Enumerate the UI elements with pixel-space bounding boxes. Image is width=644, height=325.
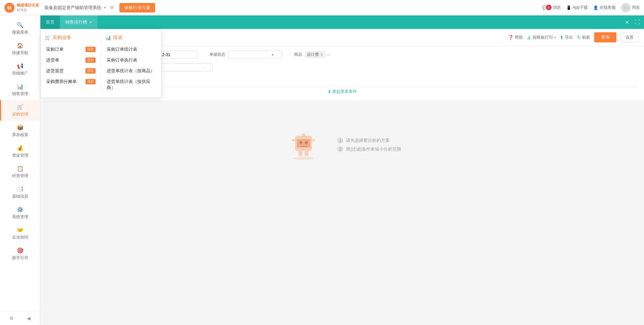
tab-sales-rank-label: 销售排行榜 bbox=[65, 19, 87, 25]
tab-home-label: 首页 bbox=[46, 19, 55, 25]
home-icon: 🏠 bbox=[17, 42, 24, 49]
dropdown-item-goods-in[interactable]: 进货单 历史 bbox=[45, 55, 97, 66]
sidebar-label-system: 系统管理 bbox=[12, 214, 28, 220]
collapse-sidebar-icon[interactable]: ◀ bbox=[27, 316, 31, 321]
sidebar-item-corp[interactable]: 🤝 企业协同 bbox=[0, 223, 40, 244]
dropdown-item-report-3[interactable]: 进货单统计表（按商品） bbox=[105, 66, 157, 76]
doc-status-label: 单据状态 bbox=[209, 52, 225, 57]
basic-icon: 📑 bbox=[17, 186, 24, 192]
system-settings-icon[interactable]: ⚙ bbox=[110, 5, 114, 10]
online-service-item[interactable]: 👤 在线客服 bbox=[593, 5, 616, 10]
print-btn[interactable]: 🖨 按模板打印 ▾ bbox=[527, 35, 556, 40]
sidebar-label-corp: 企业协同 bbox=[12, 235, 28, 240]
top-header: 畅 畅捷通好生意 标准版 装备及固定资产辅助管理系统 ▾ ⚙ 体验行业方案 💬 … bbox=[0, 0, 644, 15]
sidebar-item-quicknav[interactable]: 🏠 快捷导航 bbox=[0, 39, 40, 59]
doc-status-select[interactable]: ▾ bbox=[228, 51, 282, 59]
tab-home[interactable]: 首页 bbox=[40, 15, 60, 29]
empty-illustration bbox=[283, 127, 324, 162]
purchase-icon: 🛒 bbox=[17, 104, 24, 110]
dropdown-item-report-2[interactable]: 采购订单执行表 bbox=[105, 55, 157, 66]
query-button[interactable]: 查询 bbox=[594, 32, 616, 42]
filter-doc-status: 单据状态 ▾ bbox=[209, 51, 282, 59]
hint-num-2: 2 bbox=[337, 146, 343, 152]
sales-icon: 📊 bbox=[17, 83, 24, 90]
filter-goods: 商品 设计费 ✕ ··· bbox=[294, 51, 330, 58]
sidebar-item-finance[interactable]: 💰 资金管理 bbox=[0, 141, 40, 162]
sidebar-item-purchase[interactable]: 🛒 采购管理 bbox=[0, 100, 40, 121]
tab-bar: 首页 销售排行榜 ✕ ✕ ⛶ bbox=[40, 15, 644, 29]
refresh-icon: ↻ bbox=[577, 35, 581, 40]
refresh-btn[interactable]: ↻ 刷新 bbox=[577, 35, 590, 40]
purchase-col-title-text: 采购业务 bbox=[52, 35, 71, 41]
message-item[interactable]: 💬 6 消息 bbox=[542, 5, 561, 10]
sidebar-label-search: 搜索菜单 bbox=[12, 30, 28, 35]
print-icon: 🖨 bbox=[527, 35, 531, 40]
goods-tag-text: 设计费 bbox=[307, 52, 319, 57]
app-download-item[interactable]: 📱 App下载 bbox=[566, 5, 588, 10]
user-item[interactable]: Ea 用友 bbox=[621, 3, 640, 12]
logo-title: 畅捷通好生意 bbox=[17, 3, 39, 8]
purchase-order-label: 采购订单 bbox=[46, 46, 64, 52]
dropdown-item-purchase-order[interactable]: 采购订单 历史 bbox=[45, 44, 97, 55]
service-label: 在线客服 bbox=[600, 5, 616, 10]
tab-close-all-icon[interactable]: ✕ bbox=[623, 18, 631, 27]
print-label: 按模板打印 bbox=[533, 35, 553, 40]
svg-rect-8 bbox=[292, 139, 296, 141]
svg-point-12 bbox=[293, 157, 314, 160]
dropdown-item-report-4[interactable]: 进货单统计表（按供应商） bbox=[105, 76, 157, 93]
logo-sub: 标准版 bbox=[17, 8, 39, 12]
sidebar-label-guide: 新手引导 bbox=[12, 255, 28, 261]
report-col-icon: 📊 bbox=[105, 35, 111, 40]
sidebar-item-marketing[interactable]: 📢 营销推广 bbox=[0, 59, 40, 80]
goods-input-area: 设计费 ✕ ··· bbox=[305, 51, 330, 58]
history-badge-0: 历史 bbox=[85, 47, 96, 52]
goods-label: 商品 bbox=[294, 52, 302, 57]
sidebar: 🔍 搜索菜单 🏠 快捷导航 📢 营销推广 📊 销售管理 🛒 采购管理 📦 库存核… bbox=[0, 15, 40, 325]
export-btn[interactable]: ⬆ 导出 bbox=[560, 35, 573, 40]
sidebar-label-quicknav: 快捷导航 bbox=[12, 50, 28, 56]
sidebar-item-search[interactable]: 🔍 搜索菜单 bbox=[0, 18, 40, 39]
settings-bottom-icon[interactable]: ⚙ bbox=[9, 316, 14, 321]
purchase-col: 🛒 采购业务 采购订单 历史 进货单 历史 进货退货 历史 采购费用分摊单 历史 bbox=[41, 33, 101, 93]
system-title-area: 装备及固定资产辅助管理系统 ▾ ⚙ 体验行业方案 bbox=[44, 3, 542, 12]
sidebar-item-system[interactable]: ⚙️ 系统管理 bbox=[0, 203, 40, 223]
sidebar-item-operation[interactable]: 📋 经营管理 bbox=[0, 162, 40, 182]
sidebar-item-guide[interactable]: 🎯 新手引导 bbox=[0, 244, 40, 264]
sidebar-label-operation: 经营管理 bbox=[12, 173, 28, 179]
user-label: 用友 bbox=[632, 5, 640, 10]
goods-more-btn[interactable]: ··· bbox=[326, 52, 330, 57]
purchase-col-icon: 🛒 bbox=[45, 35, 50, 40]
help-btn[interactable]: ❓ 帮助 bbox=[508, 35, 523, 40]
sidebar-label-finance: 资金管理 bbox=[12, 153, 28, 158]
tab-maximize-icon[interactable]: ⛶ bbox=[633, 18, 641, 27]
settings-button[interactable]: 设置 bbox=[620, 33, 639, 42]
message-badge: 6 bbox=[546, 5, 551, 10]
tab-close-icon[interactable]: ✕ bbox=[89, 20, 92, 25]
dropdown-cols: 🛒 采购业务 采购订单 历史 进货单 历史 进货退货 历史 采购费用分摊单 历史 bbox=[41, 33, 161, 93]
help-icon: ❓ bbox=[508, 35, 513, 40]
message-label: 消息 bbox=[553, 5, 561, 10]
header-right: 💬 6 消息 📱 App下载 👤 在线客服 Ea 用友 bbox=[542, 3, 640, 12]
salesperson-more[interactable]: ··· bbox=[201, 65, 204, 70]
tab-sales-rank[interactable]: 销售排行榜 ✕ bbox=[60, 15, 98, 29]
dropdown-item-purchase-expense[interactable]: 采购费用分摊单 历史 bbox=[45, 76, 97, 87]
sidebar-item-basic[interactable]: 📑 基础信息 bbox=[0, 182, 40, 203]
system-icon: ⚙️ bbox=[17, 206, 24, 213]
sidebar-label-basic: 基础信息 bbox=[12, 194, 28, 199]
sidebar-item-inventory[interactable]: 📦 库存核算 bbox=[0, 121, 40, 141]
empty-hint-2: 2 用[过滤]条件来缩小分析范围 bbox=[337, 146, 401, 152]
title-dropdown-arrow[interactable]: ▾ bbox=[104, 5, 106, 10]
hint-num-1: 1 bbox=[337, 137, 343, 144]
goods-tag-close[interactable]: ✕ bbox=[320, 53, 323, 56]
inventory-icon: 📦 bbox=[17, 124, 24, 131]
guide-icon: 🎯 bbox=[17, 247, 24, 254]
svg-rect-7 bbox=[302, 133, 305, 137]
sidebar-bottom: ⚙ ◀ bbox=[0, 311, 40, 325]
trial-button[interactable]: 体验行业方案 bbox=[119, 3, 155, 12]
svg-text:畅: 畅 bbox=[7, 5, 12, 10]
sidebar-item-sales[interactable]: 📊 销售管理 bbox=[0, 80, 40, 100]
dropdown-item-goods-return[interactable]: 进货退货 历史 bbox=[45, 66, 97, 76]
collapse-btn[interactable]: ⬆ 收起更多条件 bbox=[328, 89, 357, 94]
empty-hint-1: 1 请先选择要分析的方案 bbox=[337, 137, 390, 144]
dropdown-item-report-1[interactable]: 采购订单统计表 bbox=[105, 44, 157, 55]
